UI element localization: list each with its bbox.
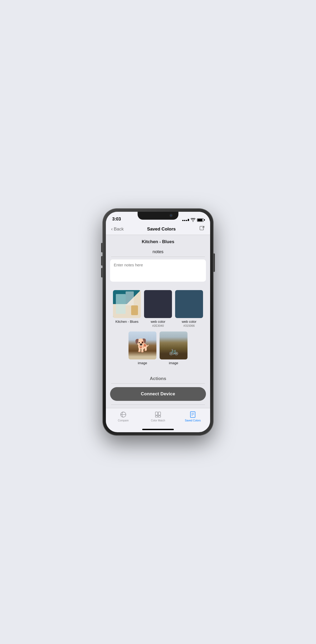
svg-rect-0	[200, 226, 204, 230]
page-title: Saved Colors	[147, 227, 176, 232]
battery-icon	[197, 218, 204, 222]
back-label: Back	[114, 227, 124, 232]
tab-compare-label: Compare	[118, 419, 129, 422]
dog-swatch	[129, 331, 156, 359]
colors-row-2: image image	[111, 331, 205, 365]
svg-rect-6	[158, 416, 161, 417]
svg-rect-5	[155, 416, 158, 417]
status-time: 3:03	[112, 217, 121, 222]
bike-swatch	[160, 331, 187, 359]
web-color-swatch-1	[144, 290, 172, 318]
actions-bottom-divider	[111, 405, 205, 405]
notch	[138, 212, 179, 220]
image-item-dog[interactable]: image	[129, 331, 156, 365]
color-item-kitchen[interactable]: Kitchen - Blues	[113, 290, 141, 327]
notes-section: notes	[106, 247, 210, 286]
colors-grid: Kitchen - Blues web color #2E3040 web co…	[106, 286, 210, 373]
color-item-web1[interactable]: web color #2E3040	[144, 290, 172, 327]
svg-rect-3	[155, 412, 158, 415]
colors-row-1: Kitchen - Blues web color #2E3040 web co…	[111, 290, 205, 327]
color-label-web2: web color	[182, 320, 196, 324]
actions-section: Actions Connect Device	[106, 373, 210, 408]
dog-image	[129, 331, 156, 359]
web-color-swatch-2	[175, 290, 203, 318]
tab-saved-colors[interactable]: Saved Colors	[175, 411, 210, 422]
phone-frame: 3:03	[103, 209, 213, 435]
scroll-content[interactable]: Kitchen - Blues notes	[106, 235, 210, 408]
image-label-bike: image	[169, 361, 178, 365]
notes-divider	[111, 257, 205, 257]
tab-saved-colors-label: Saved Colors	[185, 419, 201, 422]
image-label-dog: image	[138, 361, 147, 365]
section-title: Kitchen - Blues	[106, 235, 210, 247]
status-icons	[182, 218, 204, 222]
image-item-bike[interactable]: image	[160, 331, 187, 365]
tab-compare[interactable]: Compare	[106, 411, 141, 422]
wifi-icon	[191, 218, 195, 222]
svg-rect-4	[158, 412, 161, 415]
svg-rect-7	[190, 412, 195, 417]
kitchen-swatch	[113, 290, 141, 318]
color-item-web2[interactable]: web color #315066	[175, 290, 203, 327]
color-label-kitchen: Kitchen - Blues	[115, 320, 138, 324]
phone-screen: 3:03	[106, 212, 210, 432]
bike-image	[160, 331, 187, 359]
color-match-icon	[154, 411, 162, 418]
color-label-web1: web color	[151, 320, 165, 324]
signal-icon	[182, 219, 189, 221]
color-sublabel-web2: #315066	[184, 324, 195, 327]
tab-color-match[interactable]: Color Match	[141, 411, 175, 422]
connect-device-button[interactable]: Connect Device	[110, 387, 206, 401]
actions-title: Actions	[106, 373, 210, 383]
compare-icon	[120, 411, 127, 418]
back-button[interactable]: ‹ Back	[111, 226, 124, 232]
navigation-bar: ‹ Back Saved Colors	[106, 223, 210, 235]
chevron-left-icon: ‹	[111, 226, 113, 232]
saved-colors-icon	[189, 411, 196, 418]
share-icon[interactable]	[199, 225, 205, 233]
notes-label: notes	[106, 247, 210, 257]
camera	[170, 214, 173, 217]
actions-divider	[111, 383, 205, 384]
notes-textarea[interactable]	[110, 259, 206, 281]
notes-input-container	[110, 259, 206, 282]
tab-bar: Compare Color Match	[106, 408, 210, 427]
color-sublabel-web1: #2E3040	[152, 324, 164, 327]
tab-color-match-label: Color Match	[151, 419, 165, 422]
home-indicator	[142, 429, 174, 430]
